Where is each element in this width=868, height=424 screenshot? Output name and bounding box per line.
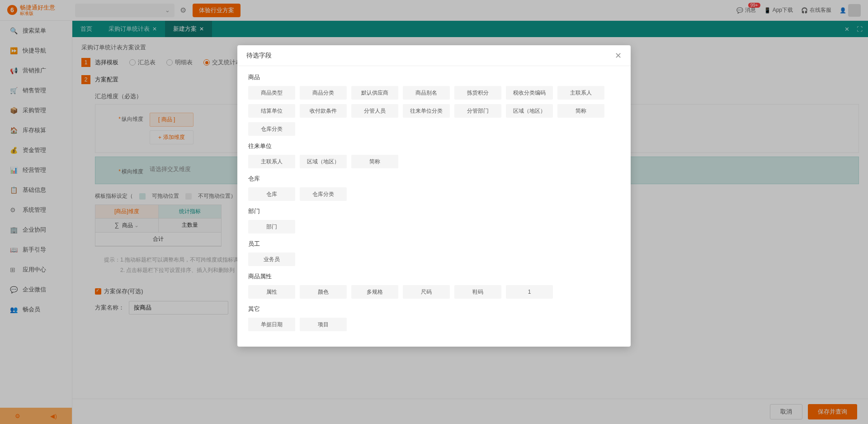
field-tag[interactable]: 往来单位分类 — [403, 104, 450, 118]
field-group-6: 其它单据日期项目 — [248, 305, 620, 331]
group-title: 员工 — [248, 240, 620, 248]
field-tags: 部门 — [248, 220, 620, 233]
field-tags: 仓库仓库分类 — [248, 187, 620, 201]
field-tag[interactable]: 仓库分类 — [248, 122, 295, 136]
group-title: 商品 — [248, 73, 620, 81]
modal-header: 待选字段 ✕ — [237, 45, 631, 66]
field-group-3: 部门部门 — [248, 207, 620, 233]
field-tag[interactable]: 仓库分类 — [300, 187, 347, 201]
field-tag[interactable]: 多规格 — [351, 285, 398, 299]
field-tag[interactable]: 部门 — [248, 220, 295, 233]
group-title: 商品属性 — [248, 272, 620, 281]
field-tag[interactable]: 颜色 — [300, 285, 347, 299]
field-group-1: 往来单位主联系人区域（地区）简称 — [248, 142, 620, 168]
field-tag[interactable]: 鞋码 — [454, 285, 501, 299]
field-tag[interactable]: 默认供应商 — [351, 86, 398, 100]
field-tag[interactable]: 属性 — [248, 285, 295, 299]
field-tag[interactable]: 商品分类 — [300, 86, 347, 100]
group-title: 部门 — [248, 207, 620, 215]
field-tag[interactable]: 单据日期 — [248, 318, 295, 331]
field-tag[interactable]: 商品类型 — [248, 86, 295, 100]
field-tag[interactable]: 区域（地区） — [506, 104, 553, 118]
field-tag[interactable]: 仓库 — [248, 187, 295, 201]
field-tag[interactable]: 简称 — [557, 104, 604, 118]
field-tag[interactable]: 结算单位 — [248, 104, 295, 118]
field-tag[interactable]: 尺码 — [403, 285, 450, 299]
close-icon[interactable]: ✕ — [615, 51, 622, 61]
field-tags: 主联系人区域（地区）简称 — [248, 155, 620, 168]
field-tags: 单据日期项目 — [248, 318, 620, 331]
field-group-4: 员工业务员 — [248, 240, 620, 266]
field-tag[interactable]: 简称 — [351, 155, 398, 168]
group-title: 仓库 — [248, 175, 620, 183]
field-tag[interactable]: 主联系人 — [248, 155, 295, 168]
field-tags: 属性颜色多规格尺码鞋码1 — [248, 285, 620, 299]
field-tag[interactable]: 分管部门 — [454, 104, 501, 118]
field-tag[interactable]: 业务员 — [248, 252, 295, 266]
field-tag[interactable]: 收付款条件 — [300, 104, 347, 118]
field-tag[interactable]: 商品别名 — [403, 86, 450, 100]
field-group-5: 商品属性属性颜色多规格尺码鞋码1 — [248, 272, 620, 299]
field-tag[interactable]: 拣货积分 — [454, 86, 501, 100]
field-tags: 商品类型商品分类默认供应商商品别名拣货积分税收分类编码主联系人结算单位收付款条件… — [248, 86, 620, 136]
field-tags: 业务员 — [248, 252, 620, 266]
field-group-2: 仓库仓库仓库分类 — [248, 175, 620, 201]
field-group-0: 商品商品类型商品分类默认供应商商品别名拣货积分税收分类编码主联系人结算单位收付款… — [248, 73, 620, 136]
field-tag[interactable]: 项目 — [300, 318, 347, 331]
modal-title: 待选字段 — [246, 52, 272, 60]
field-tag[interactable]: 主联系人 — [557, 86, 604, 100]
field-tag[interactable]: 税收分类编码 — [506, 86, 553, 100]
field-tag[interactable]: 区域（地区） — [300, 155, 347, 168]
group-title: 往来单位 — [248, 142, 620, 150]
modal-overlay[interactable]: 待选字段 ✕ 商品商品类型商品分类默认供应商商品别名拣货积分税收分类编码主联系人… — [0, 0, 868, 424]
group-title: 其它 — [248, 305, 620, 313]
field-tag[interactable]: 分管人员 — [351, 104, 398, 118]
field-tag[interactable]: 1 — [506, 285, 553, 299]
field-selector-modal: 待选字段 ✕ 商品商品类型商品分类默认供应商商品别名拣货积分税收分类编码主联系人… — [237, 45, 631, 347]
modal-body: 商品商品类型商品分类默认供应商商品别名拣货积分税收分类编码主联系人结算单位收付款… — [237, 66, 631, 347]
